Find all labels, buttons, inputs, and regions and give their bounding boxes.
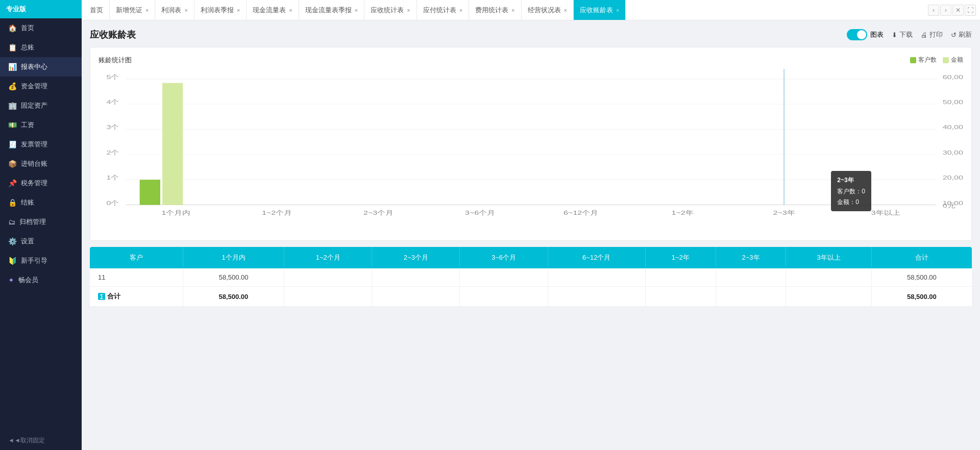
tab-list: 首页 新增凭证 × 利润表 × 利润表季报 × 现金流量表 × 现金流量表季报 … — [84, 0, 926, 20]
tab-profit-quarter-close[interactable]: × — [237, 7, 240, 13]
page-title: 应收账龄表 — [90, 29, 136, 41]
tab-operation[interactable]: 经营状况表 × — [522, 0, 574, 20]
sidebar-item-guide[interactable]: 🔰 新手引导 — [0, 251, 82, 270]
unpin-label: ◄◄取消固定 — [8, 436, 45, 445]
tab-profit-label: 利润表 — [161, 6, 181, 15]
bar-customer-1month[interactable] — [140, 180, 160, 205]
tab-payable-stat[interactable]: 应付统计表 × — [417, 0, 469, 20]
tab-voucher[interactable]: 新增凭证 × — [110, 0, 155, 20]
sidebar-item-report[interactable]: 📊 报表中心 — [0, 57, 82, 77]
sidebar-item-purchase[interactable]: 📦 进销台账 — [0, 154, 82, 173]
sidebar-item-label: 发票管理 — [21, 140, 47, 149]
svg-text:60,000.00元: 60,000.00元 — [943, 73, 963, 80]
svg-text:3年以上: 3年以上 — [871, 209, 900, 216]
total-month1-2 — [284, 287, 372, 307]
svg-text:1个月内: 1个月内 — [161, 209, 190, 216]
tab-receivable-stat[interactable]: 应收统计表 × — [364, 0, 416, 20]
row-year2-3 — [716, 268, 786, 287]
sidebar-item-archive[interactable]: 🗂 归档管理 — [0, 212, 82, 232]
print-button[interactable]: 🖨 打印 — [921, 30, 943, 39]
tab-scroll-left[interactable]: ‹ — [928, 5, 939, 16]
sidebar-item-asset[interactable]: 🏢 固定资产 — [0, 96, 82, 115]
col-month1-2: 1~2个月 — [284, 247, 372, 268]
unpin-sidebar-button[interactable]: ◄◄取消固定 — [0, 431, 82, 450]
chart-container: 账龄统计图 客户数 金额 5个 4个 3个 2个 1个 — [90, 47, 972, 241]
tab-home[interactable]: 首页 — [84, 0, 110, 20]
sidebar-item-label: 工资 — [21, 120, 34, 130]
header-actions: 图表 ⬇ 下载 🖨 打印 ↺ 刷新 — [847, 29, 972, 40]
svg-text:3~6个月: 3~6个月 — [465, 209, 495, 216]
download-button[interactable]: ⬇ 下载 — [892, 30, 913, 39]
legend-amount-color — [943, 57, 949, 63]
svg-text:3个: 3个 — [106, 124, 119, 131]
chart-svg-area: 5个 4个 3个 2个 1个 0个 60,000.00元 50,000.00元 … — [99, 69, 963, 230]
tab-cashflow-quarter-label: 现金流量表季报 — [305, 6, 352, 15]
sidebar-item-label: 首页 — [21, 23, 34, 33]
tab-cashflow-close[interactable]: × — [289, 7, 292, 13]
tab-voucher-close[interactable]: × — [145, 7, 149, 13]
svg-text:0元: 0元 — [943, 202, 955, 209]
sidebar-item-settings[interactable]: ⚙️ 设置 — [0, 232, 82, 251]
download-icon: ⬇ — [892, 31, 897, 39]
tab-payable-stat-close[interactable]: × — [459, 7, 462, 13]
sidebar-item-label: 资金管理 — [21, 82, 47, 91]
sidebar-item-invoice[interactable]: 🧾 发票管理 — [0, 135, 82, 154]
tab-aging-close[interactable]: × — [616, 7, 619, 13]
sidebar-item-member[interactable]: ✦ 畅会员 — [0, 270, 82, 290]
report-icon: 📊 — [8, 63, 17, 71]
sidebar-item-salary[interactable]: 💵 工资 — [0, 115, 82, 135]
tab-scroll-right[interactable]: › — [940, 5, 951, 16]
tab-aging-label: 应收账龄表 — [580, 6, 613, 15]
invoice-icon: 🧾 — [8, 140, 17, 148]
tab-aging[interactable]: 应收账龄表 × — [574, 0, 626, 20]
col-total: 合计 — [871, 247, 972, 268]
sidebar-item-label: 固定资产 — [21, 101, 47, 110]
row-month3-6 — [460, 268, 548, 287]
total-year3-plus — [786, 287, 871, 307]
legend-amount: 金额 — [943, 56, 963, 64]
salary-icon: 💵 — [8, 121, 17, 129]
chart-title: 账龄统计图 — [99, 56, 963, 65]
tab-profit-quarter[interactable]: 利润表季报 × — [194, 0, 247, 20]
tab-home-label: 首页 — [90, 6, 103, 15]
sidebar-item-label: 结账 — [21, 198, 34, 207]
chart-toggle-row: 图表 — [847, 29, 884, 40]
tab-profit-close[interactable]: × — [184, 7, 187, 13]
tab-cashflow-quarter-close[interactable]: × — [355, 7, 358, 13]
tab-expense-stat[interactable]: 费用统计表 × — [469, 0, 521, 20]
page-content: 应收账龄表 图表 ⬇ 下载 🖨 打印 ↺ 刷新 — [82, 20, 980, 450]
tab-cashflow-quarter[interactable]: 现金流量表季报 × — [299, 0, 364, 20]
chart-toggle[interactable] — [847, 29, 867, 40]
tab-operation-close[interactable]: × — [564, 7, 567, 13]
sidebar-item-label: 总账 — [21, 43, 34, 52]
bar-amount-1month[interactable] — [162, 83, 183, 205]
legend-customer-label: 客户数 — [918, 56, 937, 64]
tab-expense-stat-close[interactable]: × — [511, 7, 514, 13]
tab-close-all[interactable]: ✕ — [952, 5, 964, 16]
refresh-button[interactable]: ↺ 刷新 — [951, 30, 972, 39]
total-year2-3 — [716, 287, 786, 307]
tab-fullscreen[interactable]: ⛶ — [965, 5, 976, 16]
total-month6-12 — [548, 287, 645, 307]
home-icon: 🏠 — [8, 24, 17, 32]
sidebar-item-fund[interactable]: 💰 资金管理 — [0, 77, 82, 96]
total-total: 58,500.00 — [871, 287, 972, 307]
tab-cashflow-label: 现金流量表 — [253, 6, 286, 15]
tab-nav-controls: ‹ › ✕ ⛶ — [926, 5, 978, 16]
chart-svg: 5个 4个 3个 2个 1个 0个 60,000.00元 50,000.00元 … — [99, 69, 963, 230]
sidebar-item-close-account[interactable]: 🔒 结账 — [0, 193, 82, 212]
row-year3-plus — [786, 268, 871, 287]
total-icon: ∑ — [98, 293, 105, 300]
svg-text:20,000.00元: 20,000.00元 — [943, 174, 963, 181]
tab-receivable-stat-close[interactable]: × — [407, 7, 410, 13]
sidebar-item-tax[interactable]: 📌 税务管理 — [0, 173, 82, 193]
total-text: 合计 — [107, 292, 120, 301]
tab-voucher-label: 新增凭证 — [116, 6, 142, 15]
sidebar-item-label: 进销台账 — [21, 159, 47, 168]
sidebar-item-home[interactable]: 🏠 首页 — [0, 18, 82, 38]
tab-profit[interactable]: 利润表 × — [155, 0, 194, 20]
legend-amount-label: 金额 — [951, 56, 963, 64]
tab-cashflow[interactable]: 现金流量表 × — [247, 0, 299, 20]
sidebar-item-ledger[interactable]: 📋 总账 — [0, 38, 82, 57]
legend-customer-color — [910, 57, 916, 63]
